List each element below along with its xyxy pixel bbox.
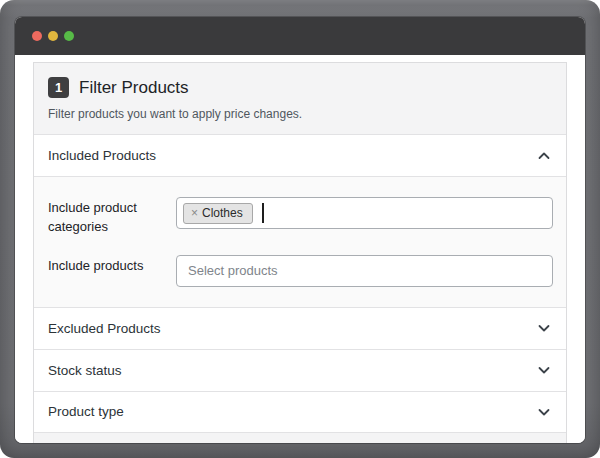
included-products-form: Include product categories × Clothes Inc… [34, 176, 566, 307]
accordion-label-included-products: Included Products [48, 148, 156, 163]
text-cursor [262, 203, 264, 223]
include-categories-row: Include product categories × Clothes [48, 197, 553, 237]
step-title-row: 1 Filter Products [48, 77, 552, 98]
step-subtitle: Filter products you want to apply price … [48, 107, 552, 121]
browser-window: 1 Filter Products Filter products you wa… [15, 17, 585, 443]
chevron-down-icon [536, 362, 552, 378]
include-products-label: Include products [48, 255, 176, 276]
accordion-label-stock-status: Stock status [48, 363, 122, 378]
chevron-down-icon [536, 404, 552, 420]
page-content: 1 Filter Products Filter products you wa… [15, 55, 585, 443]
selected-category-tag-label: Clothes [202, 206, 243, 220]
include-products-select[interactable] [176, 255, 553, 287]
step-number-badge: 1 [48, 77, 69, 98]
accordion-header-excluded-products[interactable]: Excluded Products [34, 307, 566, 349]
chevron-up-icon [536, 148, 552, 164]
selected-category-tag: × Clothes [183, 203, 253, 224]
include-products-row: Include products [48, 255, 553, 287]
accordion-header-included-products[interactable]: Included Products [34, 134, 566, 176]
include-categories-label: Include product categories [48, 197, 176, 237]
accordion-label-excluded-products: Excluded Products [48, 321, 161, 336]
step-header: 1 Filter Products Filter products you wa… [34, 63, 566, 134]
chevron-down-icon [536, 320, 552, 336]
accordion-label-product-type: Product type [48, 404, 124, 419]
remove-tag-icon[interactable]: × [191, 207, 198, 219]
close-window-button[interactable] [32, 31, 42, 41]
window-titlebar [15, 17, 585, 55]
filter-products-panel: 1 Filter Products Filter products you wa… [33, 62, 567, 443]
accordion-header-stock-status[interactable]: Stock status [34, 349, 566, 391]
zoom-window-button[interactable] [64, 31, 74, 41]
minimize-window-button[interactable] [48, 31, 58, 41]
page-title: Filter Products [79, 78, 189, 98]
include-categories-select[interactable]: × Clothes [176, 197, 553, 229]
accordion-header-product-type[interactable]: Product type [34, 391, 566, 433]
browser-window-frame: 1 Filter Products Filter products you wa… [0, 0, 600, 458]
